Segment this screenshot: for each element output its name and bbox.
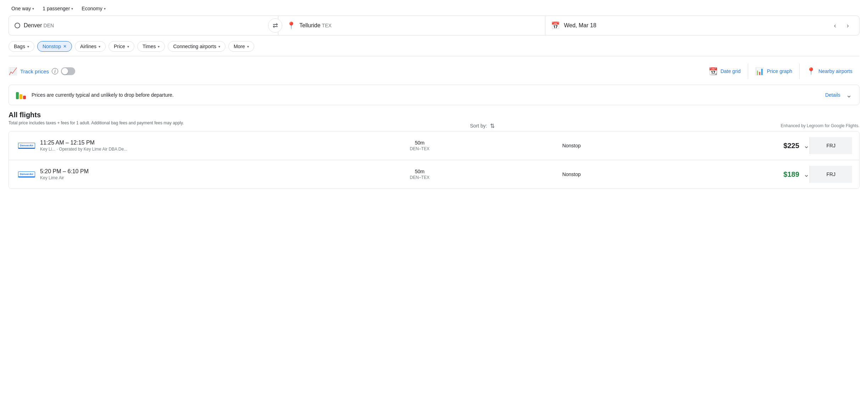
- track-prices-info-icon[interactable]: i: [52, 68, 58, 74]
- price-filter[interactable]: Price ▾: [108, 41, 134, 52]
- bags-label: Bags: [14, 44, 25, 49]
- origin-code: DEN: [44, 23, 54, 28]
- origin-city-text: DenverDEN: [24, 22, 54, 29]
- flight-expand-icon[interactable]: ⌄: [803, 141, 809, 150]
- bar-high: [23, 96, 26, 99]
- nearby-airports-button[interactable]: 📍 Nearby airports: [799, 63, 859, 79]
- bags-filter[interactable]: Bags ▾: [9, 41, 34, 52]
- subtitle-row: Total price includes taxes + fees for 1 …: [9, 120, 859, 131]
- price-indicator-text: Prices are currently typical and unlikel…: [32, 92, 819, 98]
- nearby-airports-label: Nearby airports: [818, 68, 852, 74]
- tools-row: 📈 Track prices i 📆 Date grid 📊 Price gra…: [0, 58, 868, 85]
- nearby-airports-icon: 📍: [807, 67, 816, 75]
- divider: [9, 56, 859, 56]
- date-grid-button[interactable]: 📆 Date grid: [702, 63, 748, 79]
- duration-text: 50m: [344, 169, 495, 174]
- airlines-filter[interactable]: Airlines ▾: [75, 41, 106, 52]
- table-row[interactable]: DenverAir 5:20 PM – 6:10 PM Key Lime Air…: [9, 160, 859, 188]
- passengers-label: 1 passenger: [43, 6, 70, 11]
- more-label: More: [234, 44, 245, 49]
- date-grid-icon: 📆: [709, 67, 718, 75]
- flight-times: 11:25 AM – 12:15 PM Key Li... · Operated…: [37, 140, 344, 152]
- flight-stops: Nonstop: [496, 143, 647, 148]
- sort-icon[interactable]: ⇅: [490, 123, 495, 129]
- duration-text: 50m: [344, 140, 495, 146]
- cabin-chevron-icon: ▾: [104, 7, 106, 11]
- sort-by: Sort by: ⇅: [470, 123, 495, 129]
- cabin-label: Economy: [82, 6, 102, 11]
- nonstop-label: Nonstop: [43, 44, 61, 49]
- trip-type-dropdown[interactable]: One way ▾: [9, 4, 37, 13]
- nonstop-filter[interactable]: Nonstop ✕: [37, 41, 72, 52]
- price-graph-label: Price graph: [767, 68, 792, 74]
- calendar-icon: 📅: [551, 21, 560, 30]
- top-bar: One way ▾ 1 passenger ▾ Economy ▾: [0, 0, 868, 16]
- times-label: Times: [143, 44, 156, 49]
- date-label: Wed, Mar 18: [564, 22, 596, 29]
- dest-code: TEX: [322, 23, 332, 28]
- more-chevron-icon: ▾: [247, 45, 249, 49]
- price-expand-icon[interactable]: ⌄: [846, 91, 852, 99]
- connecting-airports-chevron-icon: ▾: [218, 45, 220, 49]
- times-chevron-icon: ▾: [158, 45, 160, 49]
- bags-chevron-icon: ▾: [27, 45, 29, 49]
- more-filter[interactable]: More ▾: [228, 41, 254, 52]
- time-range: 5:20 PM – 6:10 PM: [40, 168, 344, 175]
- origin-field[interactable]: DenverDEN: [9, 16, 272, 35]
- track-prices-toggle[interactable]: [61, 67, 75, 75]
- frj-badge: FRJ: [809, 137, 852, 154]
- flight-duration: 50m DEN–TEX: [344, 140, 495, 151]
- flights-list: DenverAir 11:25 AM – 12:15 PM Key Li... …: [9, 131, 859, 189]
- origin-circle-icon: [15, 23, 20, 28]
- flight-stops: Nonstop: [496, 171, 647, 177]
- airline-logo: DenverAir: [16, 143, 37, 149]
- airlines-chevron-icon: ▾: [99, 45, 100, 49]
- price-indicator: Prices are currently typical and unlikel…: [9, 85, 859, 105]
- filter-bar: Bags ▾ Nonstop ✕ Airlines ▾ Price ▾ Time…: [0, 38, 868, 55]
- price-bars-icon: [16, 91, 26, 99]
- date-grid-label: Date grid: [720, 68, 741, 74]
- flight-times: 5:20 PM – 6:10 PM Key Lime Air: [37, 168, 344, 180]
- date-prev-button[interactable]: ‹: [829, 20, 841, 31]
- nonstop-close-icon[interactable]: ✕: [63, 44, 67, 49]
- price-graph-button[interactable]: 📊 Price graph: [748, 63, 800, 79]
- trend-icon: 📈: [9, 67, 17, 75]
- flight-expand-icon[interactable]: ⌄: [803, 170, 809, 179]
- origin-city: Denver: [24, 22, 42, 28]
- airline-logo-text: DenverAir: [18, 171, 35, 177]
- airline-name: Key Lime Air: [40, 175, 344, 180]
- connecting-airports-filter[interactable]: Connecting airports ▾: [168, 41, 225, 52]
- times-filter[interactable]: Times ▾: [137, 41, 165, 52]
- dest-city: Telluride: [299, 22, 321, 28]
- airline-name: Key Li... · Operated by Key Lime Air DBA…: [40, 147, 344, 152]
- bar-mid: [20, 94, 22, 99]
- flight-duration: 50m DEN–TEX: [344, 169, 495, 180]
- price-graph-icon: 📊: [755, 67, 764, 75]
- details-link[interactable]: Details: [825, 92, 840, 98]
- airlines-label: Airlines: [80, 44, 96, 49]
- trip-type-chevron-icon: ▾: [32, 7, 34, 11]
- section-title: All flights: [9, 111, 859, 119]
- destination-pin-icon: 📍: [287, 21, 296, 30]
- swap-button[interactable]: ⇄: [268, 18, 282, 33]
- date-field[interactable]: 📅 Wed, Mar 18 ‹ ›: [545, 16, 859, 35]
- date-next-button[interactable]: ›: [842, 20, 853, 31]
- date-nav: ‹ ›: [829, 20, 853, 31]
- time-range: 11:25 AM – 12:15 PM: [40, 140, 344, 146]
- destination-field[interactable]: 📍 TellurideTEX: [278, 16, 545, 35]
- track-prices-section: 📈 Track prices i: [9, 67, 75, 75]
- price-label: Price: [114, 44, 125, 49]
- price-chevron-icon: ▾: [127, 45, 129, 49]
- table-row[interactable]: DenverAir 11:25 AM – 12:15 PM Key Li... …: [9, 131, 859, 160]
- dest-city-text: TellurideTEX: [299, 22, 332, 29]
- track-prices-label: Track prices: [20, 68, 49, 74]
- trip-type-label: One way: [11, 6, 31, 11]
- passengers-chevron-icon: ▾: [71, 7, 73, 11]
- cabin-dropdown[interactable]: Economy ▾: [79, 4, 108, 13]
- all-flights-section: All flights Total price includes taxes +…: [0, 111, 868, 189]
- passengers-dropdown[interactable]: 1 passenger ▾: [40, 4, 76, 13]
- subtitle-content: Total price includes taxes + fees for 1 …: [9, 120, 184, 125]
- flight-price: $225: [647, 142, 799, 150]
- subtitle-text: Total price includes taxes + fees for 1 …: [9, 120, 184, 125]
- route-text: DEN–TEX: [344, 146, 495, 151]
